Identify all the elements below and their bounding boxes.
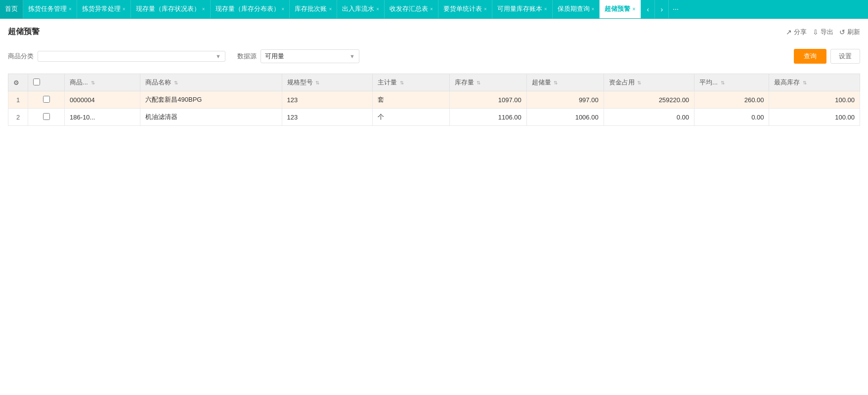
filter-row: 商品分类 ▼ 数据源 可用量 ▼ 查询 设置 (8, 45, 860, 68)
table-header-row: ⚙ 商品... ⇅ 商品名称 ⇅ 规格型号 ⇅ 主计量 (8, 74, 860, 91)
row-product-name: 机油滤清器 (140, 109, 282, 126)
nav-tab-inventory-dist-close[interactable]: × (282, 6, 285, 12)
nav-tab-quality-label: 保质期查询 (558, 5, 590, 13)
nav-tab-task-label: 拣货任务管理 (28, 5, 67, 13)
category-select[interactable]: ▼ (38, 51, 225, 62)
th-checkbox (28, 74, 65, 91)
nav-tab-inventory-status-close[interactable]: × (202, 6, 205, 12)
nav-tab-flow-close[interactable]: × (376, 6, 379, 12)
nav-tab-available-close[interactable]: × (544, 6, 547, 12)
th-avg-label: 平均... (699, 79, 718, 86)
query-button[interactable]: 查询 (794, 49, 826, 64)
nav-tab-overstock-close[interactable]: × (632, 6, 635, 12)
row-max-stock: 100.00 (769, 109, 860, 126)
th-max-stock[interactable]: 最高库存 ⇅ (769, 74, 860, 91)
row-capital: 0.00 (604, 109, 694, 126)
th-capital-label: 资金占用 (609, 79, 635, 86)
gear-icon: ⚙ (13, 79, 19, 86)
row-checkbox-cell (28, 109, 65, 126)
nav-tab-task[interactable]: 拣货任务管理 × (23, 0, 77, 18)
row-checkbox[interactable] (43, 113, 50, 120)
nav-tab-inventory-dist[interactable]: 现存量（库存分布表） × (211, 0, 290, 18)
nav-tab-inventory-status[interactable]: 现存量（库存状况表） × (131, 0, 211, 18)
row-spec: 123 (282, 109, 372, 126)
th-overstock[interactable]: 超储量 ⇅ (526, 74, 604, 91)
sort-product-code-icon: ⇅ (91, 80, 95, 85)
th-product-code[interactable]: 商品... ⇅ (65, 74, 140, 91)
th-settings[interactable]: ⚙ (8, 74, 28, 91)
nav-arrow-left[interactable]: ‹ (641, 0, 654, 18)
row-max-stock: 100.00 (769, 91, 860, 109)
header-actions: ↗ 分享 ⇩ 导出 ↺ 刷新 (786, 28, 860, 37)
nav-tab-inventory-dist-label: 现存量（库存分布表） (216, 5, 280, 13)
th-overstock-label: 超储量 (532, 79, 551, 86)
nav-tab-abnormal-close[interactable]: × (123, 6, 126, 12)
nav-tab-batch[interactable]: 库存批次账 × (290, 0, 337, 18)
row-stock: 1106.00 (449, 109, 526, 126)
nav-tab-batch-close[interactable]: × (329, 6, 332, 12)
nav-tab-available[interactable]: 可用量库存账本 × (492, 0, 553, 18)
row-product-code: 186-10... (65, 109, 140, 126)
nav-tab-order-stats[interactable]: 要货单统计表 × (438, 0, 492, 18)
row-checkbox[interactable] (43, 96, 50, 103)
nav-tab-quality[interactable]: 保质期查询 × (553, 0, 600, 18)
data-table: ⚙ 商品... ⇅ 商品名称 ⇅ 规格型号 ⇅ 主计量 (8, 74, 860, 126)
nav-tab-collect-label: 收发存汇总表 (390, 5, 428, 13)
sort-avg-icon: ⇅ (721, 80, 725, 85)
th-stock[interactable]: 库存量 ⇅ (449, 74, 526, 91)
category-dropdown-icon: ▼ (216, 53, 221, 59)
table-row: 2 186-10... 机油滤清器 123 个 1106.00 1006.00 … (8, 109, 860, 126)
nav-tab-task-close[interactable]: × (69, 6, 72, 12)
settings-button[interactable]: 设置 (830, 49, 860, 64)
nav-tab-order-stats-close[interactable]: × (484, 6, 487, 12)
row-unit: 个 (372, 109, 449, 126)
nav-tab-overstock[interactable]: 超储预警 × (600, 0, 641, 18)
table-row: 1 0000004 六配套新昌490BPG 123 套 1097.00 997.… (8, 91, 860, 109)
nav-arrow-right[interactable]: › (654, 0, 668, 18)
nav-tab-batch-label: 库存批次账 (295, 5, 327, 13)
th-capital[interactable]: 资金占用 ⇅ (604, 74, 694, 91)
nav-tab-home[interactable]: 首页 (0, 0, 23, 18)
th-spec[interactable]: 规格型号 ⇅ (282, 74, 372, 91)
filter-buttons: 查询 设置 (794, 49, 860, 64)
th-product-name[interactable]: 商品名称 ⇅ (140, 74, 282, 91)
share-icon: ↗ (786, 28, 792, 36)
page-content: 超储预警 ↗ 分享 ⇩ 导出 ↺ 刷新 商品分类 ▼ 数据源 (0, 19, 868, 395)
nav-tab-home-label: 首页 (5, 5, 18, 13)
th-max-stock-label: 最高库存 (774, 79, 800, 86)
refresh-button[interactable]: ↺ 刷新 (839, 28, 860, 37)
page-title: 超储预警 (8, 27, 40, 37)
nav-tab-collect-close[interactable]: × (430, 6, 433, 12)
datasource-select-value: 可用量 (265, 52, 284, 61)
th-product-code-label: 商品... (70, 79, 88, 86)
th-unit[interactable]: 主计量 ⇅ (372, 74, 449, 91)
top-navigation: 首页 拣货任务管理 × 拣货异常处理 × 现存量（库存状况表） × 现存量（库存… (0, 0, 868, 19)
sort-stock-icon: ⇅ (477, 80, 480, 85)
nav-tab-order-stats-label: 要货单统计表 (443, 5, 482, 13)
select-all-checkbox[interactable] (33, 79, 40, 85)
row-num: 1 (8, 91, 28, 109)
th-avg[interactable]: 平均... ⇅ (694, 74, 769, 91)
datasource-select[interactable]: 可用量 ▼ (260, 49, 359, 63)
nav-tab-flow[interactable]: 出入库流水 × (337, 0, 385, 18)
nav-tab-abnormal-label: 拣货异常处理 (82, 5, 121, 13)
nav-tab-inventory-status-label: 现存量（库存状况表） (136, 5, 200, 13)
export-button[interactable]: ⇩ 导出 (813, 28, 833, 37)
nav-arrow-more[interactable]: ⋯ (668, 0, 682, 18)
sort-max-stock-icon: ⇅ (803, 80, 807, 85)
share-button[interactable]: ↗ 分享 (786, 28, 807, 37)
export-icon: ⇩ (813, 28, 819, 36)
sort-product-name-icon: ⇅ (174, 80, 178, 85)
th-unit-label: 主计量 (378, 79, 397, 86)
row-overstock: 1006.00 (526, 109, 604, 126)
th-stock-label: 库存量 (455, 79, 474, 86)
nav-tab-abnormal[interactable]: 拣货异常处理 × (77, 0, 131, 18)
nav-tab-quality-close[interactable]: × (592, 6, 595, 12)
row-stock: 1097.00 (449, 91, 526, 109)
sort-unit-icon: ⇅ (400, 80, 404, 85)
nav-tab-collect[interactable]: 收发存汇总表 × (385, 0, 438, 18)
nav-tab-available-label: 可用量库存账本 (497, 5, 542, 13)
row-spec: 123 (282, 91, 372, 109)
row-num: 2 (8, 109, 28, 126)
datasource-dropdown-icon: ▼ (349, 53, 355, 59)
